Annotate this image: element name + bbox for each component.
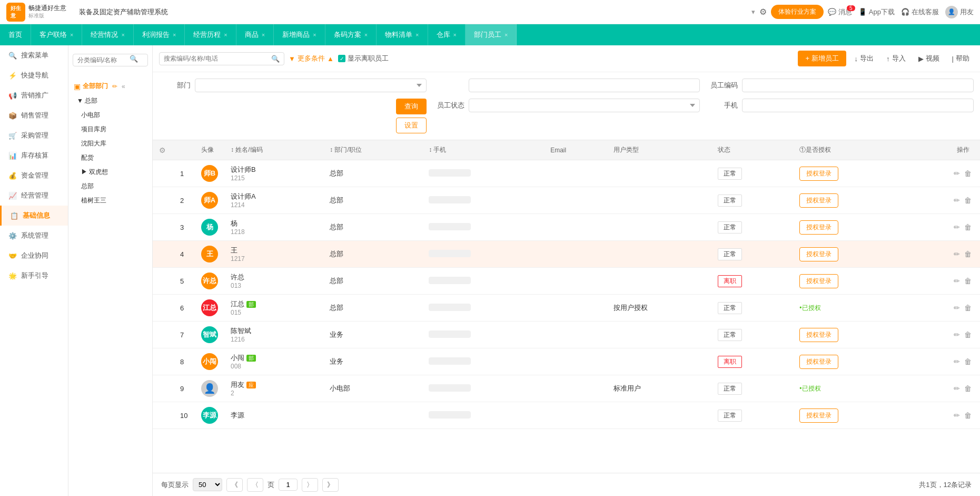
- sidebar-item-sales[interactable]: 📦销售管理: [0, 105, 68, 125]
- nav-tab-close-条码方案[interactable]: ×: [364, 32, 368, 38]
- nav-tab-close-经营历程[interactable]: ×: [224, 32, 227, 38]
- export-button[interactable]: ↓ 导出: [850, 52, 878, 65]
- edit-button[interactable]: ✏: [954, 196, 960, 205]
- dept-all-label[interactable]: 全部部门: [83, 82, 108, 91]
- page-number-input[interactable]: [279, 479, 298, 491]
- nav-tab-close-部门员工[interactable]: ×: [504, 32, 508, 38]
- add-employee-button[interactable]: + 新增员工: [798, 51, 846, 66]
- next-page-button[interactable]: 〉: [302, 478, 318, 492]
- sidebar-item-guide[interactable]: 🌟新手引导: [0, 266, 68, 286]
- sidebar-item-inventory[interactable]: 📊库存核算: [0, 145, 68, 166]
- dept-node-总部[interactable]: 总部: [68, 179, 152, 193]
- filter-emp-name-input[interactable]: [469, 79, 700, 92]
- nav-tab-商品[interactable]: 商品×: [236, 24, 274, 45]
- sidebar-item-quicknav[interactable]: ⚡快捷导航: [0, 65, 68, 85]
- dept-node-总部[interactable]: ▼ 总部: [68, 94, 152, 108]
- delete-button[interactable]: 🗑: [964, 330, 972, 339]
- auth-login-button[interactable]: 授权登录: [799, 193, 838, 208]
- delete-button[interactable]: 🗑: [964, 196, 972, 205]
- nav-tab-close-仓库[interactable]: ×: [453, 32, 457, 38]
- dept-node-小电部[interactable]: 小电部: [68, 108, 152, 122]
- sidebar-item-system[interactable]: ⚙️系统管理: [0, 226, 68, 246]
- query-button[interactable]: 查询: [396, 99, 427, 114]
- nav-tab-新增商品[interactable]: 新增商品×: [274, 24, 325, 45]
- auth-login-button[interactable]: 授权登录: [799, 167, 838, 181]
- nav-tab-经营情况[interactable]: 经营情况×: [82, 24, 133, 45]
- help-button[interactable]: | 帮助: [948, 52, 974, 65]
- edit-button[interactable]: ✏: [954, 357, 960, 366]
- auth-login-button[interactable]: 授权登录: [799, 274, 838, 288]
- sidebar-item-marketing[interactable]: 📢营销推广: [0, 85, 68, 105]
- delete-button[interactable]: 🗑: [964, 223, 972, 231]
- user-menu-button[interactable]: 👤 用友: [945, 6, 974, 18]
- nav-tab-仓库[interactable]: 仓库×: [428, 24, 466, 45]
- more-filter-button[interactable]: ▼ 更多条件 ▲: [289, 54, 334, 63]
- auth-login-button[interactable]: 授权登录: [799, 328, 838, 342]
- delete-button[interactable]: 🗑: [964, 169, 972, 178]
- per-page-select[interactable]: 50 20 100: [193, 478, 222, 491]
- auth-login-button[interactable]: 授权登录: [799, 247, 838, 261]
- dept-collapse-icon[interactable]: «: [122, 83, 125, 90]
- dept-node-沈阳大库[interactable]: 沈阳大库: [68, 137, 152, 151]
- nav-tab-close-新增商品[interactable]: ×: [313, 32, 316, 38]
- app-download-button[interactable]: 📱 App下载: [858, 7, 895, 17]
- nav-tab-close-商品[interactable]: ×: [262, 32, 265, 38]
- edit-button[interactable]: ✏: [954, 223, 960, 231]
- prev-page-button[interactable]: 〈: [247, 478, 263, 492]
- employee-search-input[interactable]: [164, 55, 269, 62]
- delete-button[interactable]: 🗑: [964, 277, 972, 285]
- dept-node-植树王三[interactable]: 植树王三: [68, 193, 152, 208]
- nav-tab-close-利润报告[interactable]: ×: [173, 32, 176, 38]
- edit-button[interactable]: ✏: [954, 250, 960, 258]
- dept-node-双虎想[interactable]: ▶ 双虎想: [68, 165, 152, 179]
- sidebar-item-collab[interactable]: 🤝企业协同: [0, 246, 68, 266]
- filter-emp-code-input[interactable]: [742, 79, 974, 92]
- sidebar-item-basic[interactable]: 📋基础信息: [0, 206, 68, 226]
- dept-node-项目库房[interactable]: 项目库房: [68, 122, 152, 137]
- delete-button[interactable]: 🗑: [964, 304, 972, 312]
- show-resign-toggle[interactable]: ✓ 显示离职员工: [338, 54, 389, 63]
- nav-tab-客户联络[interactable]: 客户联络×: [31, 24, 82, 45]
- nav-tab-条码方案[interactable]: 条码方案×: [325, 24, 377, 45]
- dept-edit-icon[interactable]: ✏: [112, 83, 117, 90]
- message-button[interactable]: 💬 消息 5: [828, 7, 852, 17]
- dropdown-arrow[interactable]: ▾: [751, 8, 755, 16]
- nav-tab-close-经营情况[interactable]: ×: [121, 32, 124, 38]
- settings-icon[interactable]: ⚙: [759, 7, 767, 17]
- auth-login-button[interactable]: 授权登录: [799, 409, 838, 423]
- filter-dept-select[interactable]: [195, 79, 427, 92]
- filter-phone-input[interactable]: [742, 99, 974, 112]
- col-settings-icon[interactable]: ⚙: [159, 146, 166, 154]
- search-icon[interactable]: 🔍: [271, 55, 280, 63]
- trial-button[interactable]: 体验行业方案: [771, 5, 824, 19]
- sidebar-item-operations[interactable]: 📈经营管理: [0, 186, 68, 206]
- nav-tab-close-客户联络[interactable]: ×: [70, 32, 73, 38]
- edit-button[interactable]: ✏: [954, 304, 960, 312]
- nav-tab-利润报告[interactable]: 利润报告×: [134, 24, 185, 45]
- video-button[interactable]: ▶ 视频: [914, 52, 944, 65]
- edit-button[interactable]: ✏: [954, 384, 960, 393]
- delete-button[interactable]: 🗑: [964, 357, 972, 366]
- show-resign-checkbox[interactable]: ✓: [338, 55, 345, 62]
- delete-button[interactable]: 🗑: [964, 411, 972, 420]
- nav-tab-首页[interactable]: 首页: [0, 24, 31, 45]
- edit-button[interactable]: ✏: [954, 169, 960, 178]
- nav-tab-经营历程[interactable]: 经营历程×: [185, 24, 236, 45]
- sidebar-item-search[interactable]: 🔍搜索菜单: [0, 45, 68, 65]
- first-page-button[interactable]: 《: [226, 478, 243, 492]
- set-button[interactable]: 设置: [396, 118, 427, 133]
- nav-tab-物料清单[interactable]: 物料清单×: [377, 24, 428, 45]
- import-button[interactable]: ↑ 导入: [882, 52, 910, 65]
- dept-node-配货[interactable]: 配货: [68, 151, 152, 165]
- nav-tab-部门员工[interactable]: 部门员工×: [466, 24, 517, 45]
- last-page-button[interactable]: 》: [322, 478, 339, 492]
- auth-login-button[interactable]: 授权登录: [799, 220, 838, 235]
- delete-button[interactable]: 🗑: [964, 384, 972, 393]
- auth-login-button[interactable]: 授权登录: [799, 355, 838, 369]
- edit-button[interactable]: ✏: [954, 277, 960, 285]
- service-button[interactable]: 🎧 在线客服: [901, 7, 939, 17]
- delete-button[interactable]: 🗑: [964, 250, 972, 258]
- nav-tab-close-物料清单[interactable]: ×: [415, 32, 419, 38]
- edit-button[interactable]: ✏: [954, 330, 960, 339]
- sidebar-item-finance[interactable]: 💰资金管理: [0, 166, 68, 186]
